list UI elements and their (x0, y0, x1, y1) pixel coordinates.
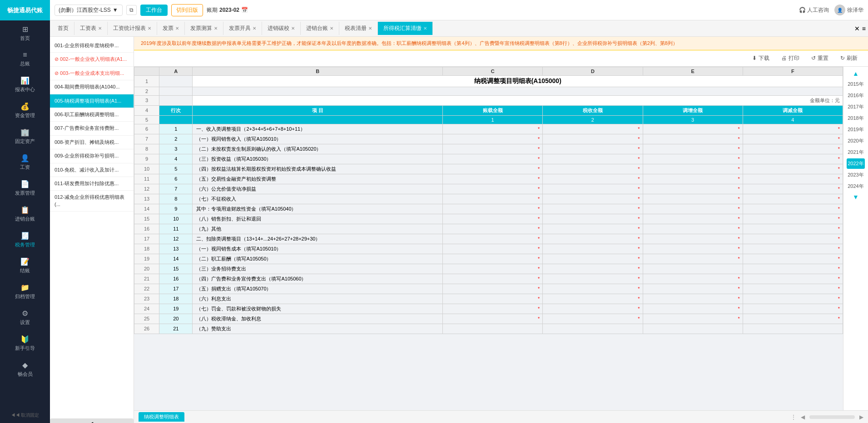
data-cell[interactable]: * (643, 124, 743, 134)
year-2024[interactable]: 2024年 (847, 181, 865, 192)
year-2017[interactable]: 2017年 (847, 102, 865, 112)
cell[interactable] (159, 75, 193, 87)
hang-cell[interactable]: 7 (159, 184, 193, 194)
project-cell[interactable]: （六）公允价值变动净损益 (193, 184, 443, 194)
data-cell[interactable]: * (743, 164, 843, 174)
year-2019[interactable]: 2019年 (847, 124, 865, 135)
tab-close-payroll-stats[interactable]: ✕ (148, 26, 151, 31)
data-cell[interactable]: * (743, 154, 843, 164)
data-cell[interactable]: * (543, 274, 643, 284)
reset-button[interactable]: ↺ 重置 (808, 53, 832, 64)
data-cell[interactable]: * (743, 284, 843, 294)
data-cell[interactable]: * (443, 244, 543, 254)
left-item-012[interactable]: 012-减免企业所得税优惠明细表(... (50, 191, 134, 212)
hang-cell[interactable]: 8 (159, 194, 193, 204)
data-cell[interactable]: * (743, 294, 843, 304)
left-item-004[interactable]: 004-期间费用明细表(A1040... (50, 80, 134, 94)
data-cell[interactable]: * (643, 314, 743, 324)
project-cell[interactable]: （二）职工薪酬（填写A105050） (193, 254, 443, 264)
project-cell[interactable]: （四）按权益法核算长期股权投资对初始投资成本调整确认收益 (193, 164, 443, 174)
hang-cell[interactable]: 20 (159, 314, 193, 324)
data-cell[interactable]: * (743, 204, 843, 214)
project-cell[interactable]: （八）销售折扣、折让和退回 (193, 214, 443, 224)
data-cell[interactable]: * (443, 154, 543, 164)
data-cell[interactable]: * (643, 284, 743, 294)
tab-purchase-ledger[interactable]: 进销台账✕ (301, 22, 339, 35)
close-all-icon[interactable]: ✕ (854, 25, 860, 32)
hang-cell[interactable]: 18 (159, 294, 193, 304)
data-cell[interactable]: * (643, 204, 743, 214)
data-cell[interactable]: * (543, 144, 643, 154)
data-cell[interactable]: * (443, 194, 543, 204)
download-button[interactable]: ⬇ 下载 (749, 53, 773, 64)
sidebar-item-ledger[interactable]: ≡ 总账 (0, 46, 50, 72)
data-cell[interactable]: * (643, 144, 743, 154)
data-cell[interactable]: * (743, 274, 843, 284)
left-item-010[interactable]: 010-免税、减计收入及加计... (50, 163, 134, 177)
tab-home[interactable]: 首页 (52, 22, 74, 35)
year-2016[interactable]: 2016年 (847, 90, 865, 101)
hang-cell[interactable]: 9 (159, 204, 193, 214)
print-button[interactable]: 🖨 打印 (778, 53, 803, 64)
hang-cell[interactable]: 12 (159, 234, 193, 244)
project-cell[interactable]: （二）未按权责发生制原则确认的收入（填写A105020） (193, 144, 443, 154)
sidebar-item-archive[interactable]: 📁 归档管理 (0, 279, 50, 305)
hang-cell[interactable]: 16 (159, 274, 193, 284)
data-cell[interactable]: * (443, 234, 543, 244)
panel-toggle-button[interactable]: ◀ (50, 418, 134, 423)
data-cell[interactable]: * (443, 174, 543, 184)
data-cell[interactable]: * (543, 264, 643, 274)
left-item-008[interactable]: 008-资产折旧、摊销及纳税... (50, 136, 134, 149)
data-cell[interactable]: * (743, 174, 843, 184)
data-cell[interactable]: * (543, 304, 643, 314)
tab-close-purchase-ledger[interactable]: ✕ (330, 26, 333, 31)
hang-cell[interactable]: 14 (159, 254, 193, 264)
project-cell[interactable]: （七）不征税收入 (193, 194, 443, 204)
project-cell[interactable]: （三）业务招待费支出 (193, 264, 443, 274)
year-scroll-down[interactable]: ▼ (849, 192, 863, 202)
tab-close-purchase-check[interactable]: ✕ (291, 26, 295, 31)
data-cell[interactable]: * (743, 224, 843, 234)
data-cell[interactable] (543, 324, 643, 334)
hang-cell[interactable]: 5 (159, 164, 193, 174)
sidebar-item-closing[interactable]: 📝 结账 (0, 253, 50, 279)
tab-payroll-stats[interactable]: 工资统计报表✕ (108, 22, 157, 35)
project-cell[interactable]: （六）利息支出 (193, 294, 443, 304)
data-cell[interactable]: * (543, 294, 643, 304)
data-cell[interactable]: * (743, 314, 843, 324)
refresh-button[interactable]: ↻ 刷新 (837, 53, 861, 64)
year-2020[interactable]: 2020年 (847, 136, 865, 146)
copy-button[interactable]: ⧉ (126, 5, 137, 15)
data-cell[interactable]: * (543, 124, 643, 134)
cell[interactable] (159, 87, 193, 95)
data-cell[interactable]: * (743, 234, 843, 244)
hang-cell[interactable]: 15 (159, 264, 193, 274)
data-cell[interactable]: * (743, 144, 843, 154)
right-scroll-icon[interactable]: ▶ (859, 414, 863, 420)
hang-cell[interactable]: 10 (159, 214, 193, 224)
data-cell[interactable]: * (543, 134, 643, 144)
data-cell[interactable]: * (643, 304, 743, 314)
tab-close-tax-settlement[interactable]: ✕ (423, 26, 427, 31)
data-cell[interactable] (443, 324, 543, 334)
project-cell[interactable]: （三）投资收益（填写A105030） (193, 154, 443, 164)
data-cell[interactable]: * (543, 204, 643, 214)
data-cell[interactable]: * (443, 274, 543, 284)
data-cell[interactable]: * (443, 314, 543, 324)
tab-invoice-open[interactable]: 发票开具✕ (223, 22, 262, 35)
data-cell[interactable]: * (643, 184, 743, 194)
data-cell[interactable]: * (543, 194, 643, 204)
hang-cell[interactable]: 1 (159, 124, 193, 134)
year-2023[interactable]: 2023年 (847, 170, 865, 180)
data-cell[interactable]: * (743, 124, 843, 134)
service-button[interactable]: 🎧 人工咨询 (799, 6, 829, 14)
data-cell[interactable]: * (543, 164, 643, 174)
data-cell[interactable]: * (743, 264, 843, 274)
project-cell[interactable]: （五）捐赠支出（填写A105070） (193, 284, 443, 294)
hang-cell[interactable]: 6 (159, 174, 193, 184)
data-cell[interactable]: * (743, 244, 843, 254)
sidebar-item-finance[interactable]: 💰 资金管理 (0, 98, 50, 123)
left-item-002[interactable]: ⊘ 002-一般企业收入明细表(A1... (50, 53, 134, 66)
data-cell[interactable]: * (543, 254, 643, 264)
cell[interactable] (159, 95, 193, 105)
